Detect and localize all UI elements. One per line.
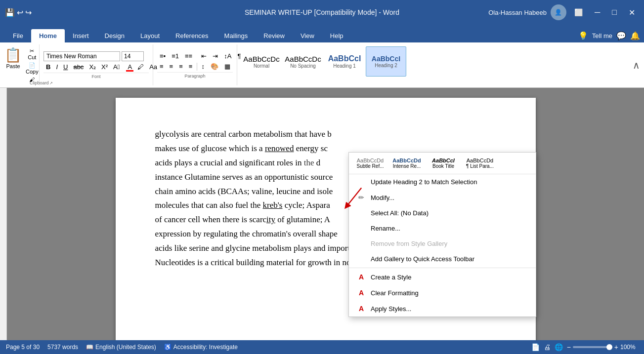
accessibility-icon: ♿ <box>164 344 172 351</box>
styles-scroll-up[interactable]: ∧ <box>633 59 640 71</box>
line-spacing-button[interactable]: ↕ <box>199 62 208 71</box>
tab-help[interactable]: Help <box>322 29 351 42</box>
add-toolbar-item[interactable]: Add Gallery to Quick Access Toolbar <box>349 251 536 267</box>
clear-formatting-item[interactable]: A Clear Formatting <box>349 285 536 301</box>
align-right-button[interactable]: ≡ <box>176 62 185 71</box>
subscript-button[interactable]: X₂ <box>86 62 98 72</box>
styles-area: AaBbCcDc Normal AaBbCcDc No Spacing AaBb… <box>237 44 644 85</box>
apply-styles-item[interactable]: A Apply Styles... <box>349 301 536 316</box>
user-avatar[interactable]: 👤 <box>551 4 566 20</box>
select-all-item[interactable]: Select All: (No Data) <box>349 205 536 221</box>
language-indicator: 📖 English (United States) <box>86 344 156 351</box>
status-bar: Page 5 of 30 5737 words 📖 English (Unite… <box>0 340 644 354</box>
share-icon[interactable]: 🔔 <box>630 31 640 40</box>
create-style-item[interactable]: A Create a Style <box>349 269 536 285</box>
font-name-selector[interactable]: Times New Roman <box>43 51 120 61</box>
tab-insert[interactable]: Insert <box>65 29 97 42</box>
multilevel-button[interactable]: ≡≡ <box>182 51 195 61</box>
superscript-button[interactable]: X² <box>99 62 110 72</box>
ribbon: 📋 Paste ✂ Cut 📄 Copy 🖌 Clipboard↗ Times … <box>0 42 644 88</box>
numbering-button[interactable]: ≡1 <box>169 51 181 61</box>
undo-icon[interactable]: ↩ <box>17 8 23 17</box>
align-center-button[interactable]: ≡ <box>167 62 176 71</box>
clipboard-group: 📋 Paste ✂ Cut 📄 Copy 🖌 Clipboard↗ <box>0 44 40 85</box>
close-button[interactable]: ✕ <box>625 6 639 19</box>
zoom-slider-thumb[interactable] <box>606 344 612 350</box>
decrease-indent-button[interactable]: ⇤ <box>199 51 209 61</box>
zoom-level[interactable]: 100% <box>620 344 638 351</box>
bullets-button[interactable]: ≡▪ <box>157 51 168 61</box>
increase-indent-button[interactable]: ⇥ <box>210 51 220 61</box>
status-bar-right: 📄 🖨 🌐 − + 100% <box>531 343 638 351</box>
paste-button[interactable]: 📋 Paste <box>4 46 22 83</box>
align-left-button[interactable]: ≡ <box>157 62 166 71</box>
font-size-selector[interactable]: 14 <box>122 51 144 61</box>
word-count[interactable]: 5737 words <box>47 344 78 351</box>
underline-button[interactable]: U <box>61 62 70 72</box>
comment-icon[interactable]: 💬 <box>616 31 626 40</box>
apply-styles-icon: A <box>357 305 366 313</box>
tab-file[interactable]: File <box>5 29 31 42</box>
cut-button[interactable]: ✂ Cut <box>24 47 40 61</box>
bold-button[interactable]: B <box>43 62 53 72</box>
highlight-button[interactable]: 🖊 <box>135 62 146 72</box>
rename-label: Rename... <box>371 225 400 232</box>
save-icon[interactable]: 💾 <box>5 8 15 17</box>
modify-item[interactable]: ✏ Modify... <box>349 190 536 205</box>
tab-view[interactable]: View <box>293 29 322 42</box>
sort-button[interactable]: ↕A <box>221 51 234 61</box>
context-style-intense-ref[interactable]: AaBbCcDd Intense Re... <box>389 156 424 171</box>
update-heading-item[interactable]: Update Heading 2 to Match Selection <box>349 174 536 190</box>
update-heading-label: Update Heading 2 to Match Selection <box>371 178 477 186</box>
accessibility-indicator[interactable]: ♿ Accessibility: Investigate <box>164 344 238 351</box>
paste-icon: 📋 <box>4 47 22 63</box>
style-heading2[interactable]: AaBbCcI Heading 2 <box>366 46 406 77</box>
tab-home[interactable]: Home <box>31 29 65 42</box>
tab-references[interactable]: References <box>168 29 216 42</box>
maximize-button[interactable]: □ <box>608 6 621 19</box>
zoom-out-button[interactable]: − <box>567 343 571 351</box>
paragraph-group: ≡▪ ≡1 ≡≡ ⇤ ⇥ ↕A ¶ ≡ ≡ ≡ ≡ ↕ 🎨 ▦ Paragrap… <box>153 44 237 85</box>
font-color-button[interactable]: A <box>125 62 134 72</box>
style-no-spacing[interactable]: AaBbCcDc No Spacing <box>283 46 323 77</box>
rename-item[interactable]: Rename... <box>349 221 536 236</box>
tab-mailings[interactable]: Mailings <box>216 29 256 42</box>
user-name: Ola-Hassan Habeeb <box>488 9 547 16</box>
create-style-icon: A <box>357 273 366 281</box>
tab-design[interactable]: Design <box>97 29 132 42</box>
shading-button[interactable]: 🎨 <box>208 62 221 71</box>
ribbon-toggle-button[interactable]: ⬜ <box>570 6 587 18</box>
redo-icon[interactable]: ↪ <box>25 8 32 17</box>
clear-formatting-label: Clear Formatting <box>371 289 419 297</box>
tell-me-input[interactable]: Tell me <box>592 32 612 39</box>
justify-button[interactable]: ≡ <box>186 62 195 71</box>
zoom-in-button[interactable]: + <box>614 343 618 351</box>
subtle-ref-preview: AaBbCcDd <box>357 157 384 163</box>
page-container: glycolysis are central carbon metabolism… <box>7 88 644 340</box>
tab-review[interactable]: Review <box>256 29 293 42</box>
context-style-subtle-ref[interactable]: AaBbCcDd Subtle Ref... <box>353 156 387 171</box>
read-mode-icon[interactable]: 📄 <box>531 343 540 351</box>
italic-button[interactable]: I <box>53 62 60 72</box>
vertical-scrollbar-left[interactable] <box>0 88 7 340</box>
clear-format-button[interactable]: A⃝ <box>111 62 122 72</box>
web-layout-icon[interactable]: 🌐 <box>555 343 563 351</box>
borders-button[interactable]: ▦ <box>222 62 233 71</box>
remove-gallery-item[interactable]: Remove from Style Gallery <box>349 236 536 251</box>
zoom-slider-track[interactable] <box>573 346 612 348</box>
page-indicator[interactable]: Page 5 of 30 <box>6 344 40 351</box>
style-heading1[interactable]: AaBbCcI Heading 1 <box>324 46 365 77</box>
copy-button[interactable]: 📄 Copy <box>24 62 40 75</box>
menu-separator-1 <box>349 268 536 268</box>
context-style-list-para[interactable]: AaBbCcDd ¶ List Para... <box>463 156 497 171</box>
strikethrough-button[interactable]: abc <box>71 62 86 72</box>
minimize-button[interactable]: ─ <box>591 6 604 19</box>
tab-layout[interactable]: Layout <box>132 29 168 42</box>
remove-gallery-label: Remove from Style Gallery <box>371 240 447 247</box>
apply-styles-label: Apply Styles... <box>371 305 411 313</box>
font-group-label: Font <box>43 73 149 79</box>
style-normal[interactable]: AaBbCcDc Normal <box>241 46 282 77</box>
context-style-book-title[interactable]: AaBbCcI Book Title <box>426 156 461 171</box>
clear-formatting-icon: A <box>357 289 366 297</box>
print-layout-icon[interactable]: 🖨 <box>544 343 551 351</box>
